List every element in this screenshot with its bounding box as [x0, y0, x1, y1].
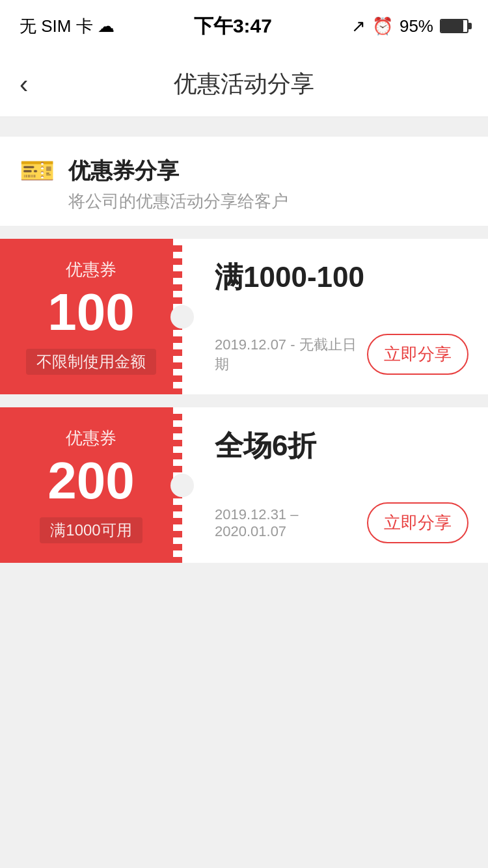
page-title: 优惠活动分享: [174, 68, 314, 100]
battery-icon: [440, 19, 468, 33]
no-sim-text: 无 SIM 卡 ☁: [20, 15, 115, 38]
status-right: ↗ ⏰ 95%: [351, 16, 468, 36]
status-time: 下午3:47: [194, 13, 272, 40]
section-text: 优惠券分享 将公司的优惠活动分享给客户: [68, 156, 288, 213]
location-icon: ↗: [351, 16, 366, 36]
coupon-right-0: 满1000-100 2019.12.07 - 无截止日期 立即分享: [182, 239, 488, 394]
coupon-date-1: 2019.12.31 – 2020.01.07: [215, 506, 367, 540]
nav-bar: ‹ 优惠活动分享: [0, 52, 488, 117]
share-button-1[interactable]: 立即分享: [367, 502, 468, 543]
coupon-card-1: 优惠券 200 满1000可用 全场6折 2019.12.31 – 2020.0…: [0, 407, 488, 563]
bottom-area: [0, 589, 488, 868]
section-subtitle: 将公司的优惠活动分享给客户: [68, 190, 288, 213]
share-button-0[interactable]: 立即分享: [367, 334, 468, 375]
coupon-right-1: 全场6折 2019.12.31 – 2020.01.07 立即分享: [182, 407, 488, 563]
coupon-list: 优惠券 100 不限制使用金额 满1000-100 2019.12.07 - 无…: [0, 226, 488, 589]
battery-text: 95%: [400, 16, 433, 36]
coupon-section-icon: 🎫: [20, 156, 55, 185]
section-gap: [0, 117, 488, 137]
alarm-icon: ⏰: [372, 16, 393, 36]
back-button[interactable]: ‹: [20, 70, 28, 99]
coupon-label-0: 优惠券: [66, 258, 116, 281]
section-title: 优惠券分享: [68, 156, 288, 186]
coupon-label-1: 优惠券: [66, 427, 116, 450]
coupon-amount-0: 100: [47, 286, 134, 338]
coupon-left-1: 优惠券 200 满1000可用: [0, 407, 182, 563]
coupon-name-0: 满1000-100: [215, 258, 468, 297]
coupon-footer-0: 2019.12.07 - 无截止日期 立即分享: [215, 334, 468, 375]
coupon-card: 优惠券 100 不限制使用金额 满1000-100 2019.12.07 - 无…: [0, 239, 488, 394]
coupon-footer-1: 2019.12.31 – 2020.01.07 立即分享: [215, 502, 468, 543]
section-header-block: 🎫 优惠券分享 将公司的优惠活动分享给客户: [0, 137, 488, 226]
status-bar: 无 SIM 卡 ☁ 下午3:47 ↗ ⏰ 95%: [0, 0, 488, 52]
status-left: 无 SIM 卡 ☁: [20, 15, 115, 38]
coupon-condition-1: 满1000可用: [40, 517, 142, 543]
coupon-date-0: 2019.12.07 - 无截止日期: [215, 335, 367, 374]
coupon-left-0: 优惠券 100 不限制使用金额: [0, 239, 182, 394]
coupon-condition-0: 不限制使用金额: [26, 349, 156, 375]
coupon-amount-1: 200: [47, 455, 134, 507]
coupon-name-1: 全场6折: [215, 427, 468, 465]
